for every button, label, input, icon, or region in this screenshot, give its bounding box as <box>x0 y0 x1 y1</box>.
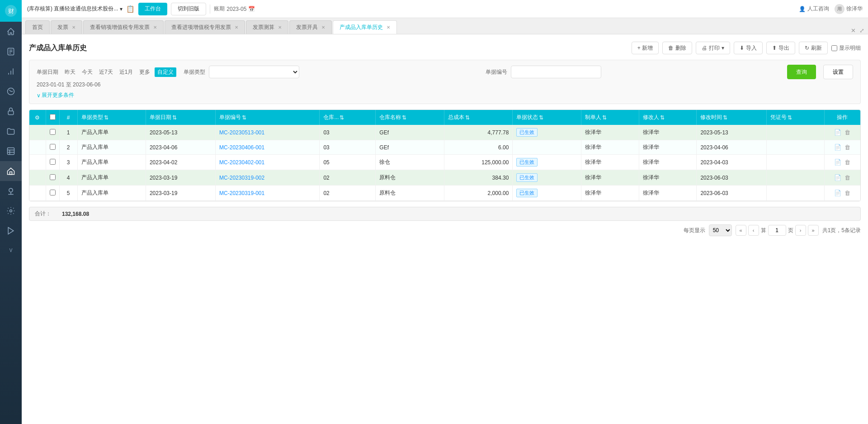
user-service[interactable]: 👤 人工咨询 <box>799 5 829 13</box>
tab-product-in-close[interactable]: ✕ <box>387 25 390 30</box>
row-checkbox[interactable] <box>50 144 56 150</box>
tab-invoice[interactable]: 发票 ✕ <box>51 20 82 34</box>
tab-product-in[interactable]: 产成品入库单历史 ✕ <box>333 20 397 34</box>
tab-issue-close[interactable]: ✕ <box>321 25 325 30</box>
number-link[interactable]: MC-20230319-002 <box>219 175 264 181</box>
tab-issue[interactable]: 发票开具 ✕ <box>289 20 332 34</box>
th-number[interactable]: 单据编号⇅ <box>216 110 320 125</box>
th-warehouse-name[interactable]: 仓库名称⇅ <box>376 110 444 125</box>
number-link[interactable]: MC-20230402-001 <box>219 159 264 166</box>
delete-row-icon[interactable]: 🗑 <box>844 144 850 151</box>
view-icon[interactable]: 📄 <box>834 129 841 136</box>
tab-home[interactable]: 首页 <box>25 20 50 34</box>
row-checkbox[interactable] <box>50 129 56 135</box>
page-number-input[interactable] <box>768 225 786 236</box>
th-creator[interactable]: 制单人⇅ <box>581 110 639 125</box>
user-profile[interactable]: 用 徐泽华 <box>835 4 863 14</box>
date-btn-more[interactable]: 更多 <box>137 67 152 77</box>
th-date[interactable]: 单据日期⇅ <box>146 110 215 125</box>
sidebar-item-settings[interactable] <box>0 201 22 221</box>
sidebar-item-stamp[interactable] <box>0 181 22 201</box>
td-voucher <box>766 170 824 186</box>
date-btn-today[interactable]: 今天 <box>80 67 94 77</box>
sort-date-icon: ⇅ <box>172 114 177 121</box>
page-first-btn[interactable]: « <box>736 225 746 236</box>
delete-row-icon[interactable]: 🗑 <box>844 174 850 181</box>
row-checkbox[interactable] <box>50 159 56 165</box>
sidebar-item-play[interactable] <box>0 221 22 241</box>
date-btn-1month[interactable]: 近1月 <box>118 67 135 77</box>
settings-icon[interactable]: ⚙ <box>35 114 40 121</box>
delete-row-icon[interactable]: 🗑 <box>844 159 850 166</box>
tab-calc[interactable]: 发票测算 ✕ <box>246 20 288 34</box>
sidebar-item-docs[interactable] <box>0 42 22 62</box>
display-detail-toggle[interactable]: 显示明细 <box>831 44 861 52</box>
row-checkbox[interactable] <box>50 174 56 180</box>
tab-invoice-close[interactable]: ✕ <box>72 25 75 30</box>
th-warehouse-code[interactable]: 仓库...⇅ <box>320 110 376 125</box>
number-link[interactable]: MC-20230406-001 <box>219 144 264 151</box>
import-button[interactable]: ⬇ 导入 <box>734 42 763 54</box>
sidebar-item-stats[interactable] <box>0 62 22 81</box>
page-next-btn[interactable]: › <box>795 225 806 236</box>
new-button[interactable]: + 新增 <box>632 42 659 54</box>
tab-purchase-vat-close[interactable]: ✕ <box>235 25 238 30</box>
view-icon[interactable]: 📄 <box>834 159 841 166</box>
th-cost[interactable]: 总成本⇅ <box>444 110 513 125</box>
delete-row-icon[interactable]: 🗑 <box>844 190 850 196</box>
tab-sales-vat[interactable]: 查看销项增值税专用发票 ✕ <box>83 20 164 34</box>
row-checkbox[interactable] <box>50 190 56 195</box>
expand-more-btn[interactable]: ∨ 展开更多条件 <box>37 91 853 99</box>
sidebar-item-home[interactable] <box>0 22 22 42</box>
th-voucher[interactable]: 凭证号⇅ <box>766 110 824 125</box>
td-settings <box>29 186 46 201</box>
sidebar-item-version[interactable]: V <box>0 241 22 261</box>
tab-purchase-vat[interactable]: 查看进项增值税专用发票 ✕ <box>165 20 245 34</box>
topbar-icon-doc[interactable]: 📋 <box>126 5 135 13</box>
sidebar-item-warehouse[interactable] <box>0 161 22 181</box>
th-warehouse-code-label: 仓库... <box>323 114 339 121</box>
print-button[interactable]: 🖨 打印 ▾ <box>696 42 730 54</box>
display-detail-checkbox[interactable] <box>831 45 837 51</box>
date-btn-custom[interactable]: 自定义 <box>155 67 176 77</box>
switch-button[interactable]: 切到旧版 <box>171 3 206 15</box>
number-link[interactable]: MC-20230319-001 <box>219 190 264 196</box>
setting-button[interactable]: 设置 <box>823 65 853 79</box>
view-icon[interactable]: 📄 <box>834 174 841 181</box>
page-size-select[interactable]: 20 50 100 <box>709 224 732 236</box>
search-button[interactable]: 查询 <box>787 65 816 79</box>
th-modifier[interactable]: 修改人⇅ <box>639 110 697 125</box>
sidebar-item-table[interactable] <box>0 141 22 161</box>
sidebar-item-folder[interactable] <box>0 121 22 141</box>
refresh-button[interactable]: ↻ 刷新 <box>799 42 828 54</box>
page-prev-btn[interactable]: ‹ <box>748 225 759 236</box>
td-type: 产品入库单 <box>77 140 146 155</box>
tab-sales-vat-close[interactable]: ✕ <box>153 25 157 30</box>
th-modify-time[interactable]: 修改时间⇅ <box>697 110 766 125</box>
tab-close-all[interactable]: ✕ <box>851 27 856 34</box>
delete-row-icon[interactable]: 🗑 <box>844 129 850 136</box>
sidebar-item-lock[interactable] <box>0 101 22 121</box>
export-button[interactable]: ⬆ 导出 <box>766 42 795 54</box>
view-icon[interactable]: 📄 <box>834 190 841 196</box>
view-icon[interactable]: 📄 <box>834 144 841 151</box>
tab-sales-vat-label: 查看销项增值税专用发票 <box>90 24 150 31</box>
select-all-checkbox[interactable] <box>50 114 56 120</box>
date-btn-yesterday[interactable]: 昨天 <box>63 67 77 77</box>
expand-more-label: 展开更多条件 <box>42 91 74 99</box>
calendar-icon[interactable]: 📅 <box>248 6 255 12</box>
th-status[interactable]: 单据状态⇅ <box>513 110 581 125</box>
company-selector[interactable]: (库存核算) 直播轻途通信息技术股份... ▾ <box>27 5 123 13</box>
delete-button[interactable]: 🗑 删除 <box>662 42 692 54</box>
tab-calc-close[interactable]: ✕ <box>278 25 282 30</box>
date-btn-7days[interactable]: 近7天 <box>97 67 115 77</box>
th-settings[interactable]: ⚙ <box>29 110 46 125</box>
tab-expand[interactable]: ⤢ <box>859 27 864 34</box>
filter-number-input[interactable] <box>511 66 601 78</box>
number-link[interactable]: MC-20230513-001 <box>219 129 264 136</box>
workspace-button[interactable]: 工作台 <box>138 3 167 15</box>
th-type[interactable]: 单据类型⇅ <box>77 110 146 125</box>
sidebar-item-chart[interactable] <box>0 81 22 101</box>
filter-type-select[interactable] <box>209 66 299 78</box>
page-last-btn[interactable]: » <box>808 225 819 236</box>
